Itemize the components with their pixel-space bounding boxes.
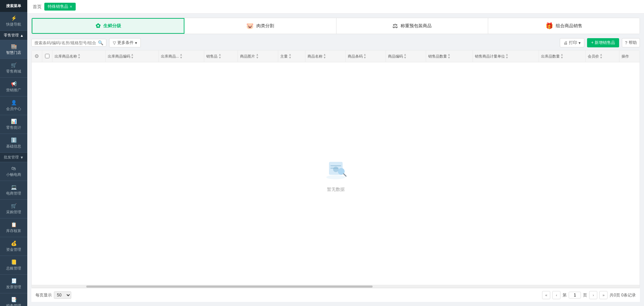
col-outlet-spec[interactable]: 出库商品... ▲▼ bbox=[159, 50, 204, 62]
topbar: 首页 特殊销售品 ✕ bbox=[27, 0, 644, 14]
data-table-container: ⚙ 出库商品名称 ▲▼ 出库 bbox=[31, 50, 640, 288]
close-tab-icon[interactable]: ✕ bbox=[70, 5, 72, 9]
col-sales-unit[interactable]: 销售商品计量单位 ▲▼ bbox=[473, 50, 539, 62]
tab-combo-products[interactable]: 🎁 组合商品销售 bbox=[488, 18, 640, 34]
sort-arrows: ▲▼ bbox=[256, 53, 259, 59]
col-product-code[interactable]: 商品编码 ▲▼ bbox=[386, 50, 426, 62]
wholesale-chevron: ▼ bbox=[20, 155, 24, 159]
select-all-checkbox[interactable] bbox=[45, 54, 49, 58]
col-barcode[interactable]: 商品条码 ▲▼ bbox=[345, 50, 386, 62]
sidebar-section-wholesale[interactable]: 批发管理 ▼ bbox=[0, 153, 27, 162]
col-outlet-code[interactable]: 出库商品编码 ▲▼ bbox=[105, 50, 159, 62]
first-page-button[interactable]: « bbox=[542, 291, 550, 299]
col-settings[interactable]: ⚙ bbox=[32, 50, 42, 62]
tab-weighed-packaging[interactable]: ⚖ 称重预包装商品 bbox=[336, 18, 488, 34]
tab-meat-cutting[interactable]: 🐷 肉类分割 bbox=[184, 18, 336, 34]
sidebar-logo: 搜索菜单 bbox=[0, 0, 27, 12]
pagination-left: 每页显示 50 10 20 100 bbox=[35, 291, 71, 299]
current-tab-label: 特殊销售品 bbox=[48, 4, 68, 10]
per-page-label: 每页显示 bbox=[35, 292, 52, 298]
col-main-quantity[interactable]: 主量 ▲▼ bbox=[278, 50, 305, 62]
tab-fresh-grading[interactable]: ✿ 生鲜分级 bbox=[32, 18, 184, 34]
horizontal-scrollbar[interactable] bbox=[32, 285, 640, 288]
retail-mgmt-label: 零售管理 bbox=[4, 33, 19, 38]
search-icon[interactable]: 🔍 bbox=[98, 40, 103, 45]
sidebar-item-inventory-check[interactable]: 📋 库存核算 bbox=[0, 218, 27, 237]
sidebar-item-retail-stats[interactable]: 📊 零售统计 bbox=[0, 115, 27, 134]
sidebar-item-tax-mgmt[interactable]: 📑 税务管理 bbox=[0, 293, 27, 306]
pagination: 每页显示 50 10 20 100 « ‹ 第 页 › » 共0页 0条记录 bbox=[31, 288, 640, 302]
inventory-check-icon: 📋 bbox=[11, 222, 17, 227]
search-box[interactable]: 🔍 bbox=[31, 39, 106, 47]
smart-store-icon: 🏬 bbox=[11, 44, 17, 49]
sidebar-item-invoice-mgmt[interactable]: 🧾 发票管理 bbox=[0, 275, 27, 293]
sidebar-item-ledger-mgmt[interactable]: 📒 总账管理 bbox=[0, 256, 27, 275]
svg-point-0 bbox=[326, 175, 345, 179]
sidebar-item-quick-nav[interactable]: ⚡ 快捷导航 bbox=[0, 12, 27, 31]
filter-button[interactable]: ▽ 更多条件 ▾ bbox=[109, 38, 141, 47]
invoice-mgmt-icon: 🧾 bbox=[11, 278, 17, 284]
print-button[interactable]: 🖨 打印 ▾ bbox=[560, 38, 584, 47]
toolbar: 🔍 ▽ 更多条件 ▾ 🖨 打印 ▾ + 新增销售品 ? bbox=[31, 38, 640, 47]
svg-point-6 bbox=[333, 167, 339, 172]
toolbar-left: 🔍 ▽ 更多条件 ▾ bbox=[31, 38, 141, 47]
sort-arrows: ▲▼ bbox=[448, 53, 451, 59]
col-sales-qty[interactable]: 销售品数量 ▲▼ bbox=[426, 50, 473, 62]
prev-page-button[interactable]: ‹ bbox=[552, 291, 560, 299]
pagination-right: « ‹ 第 页 › » 共0页 0条记录 bbox=[542, 291, 636, 299]
sidebar-item-retail-mall[interactable]: 🛒 零售商城 bbox=[0, 59, 27, 78]
help-icon: ? bbox=[625, 41, 627, 45]
member-center-icon: 👤 bbox=[11, 100, 17, 105]
toolbar-right: 🖨 打印 ▾ + 新增销售品 ? 帮助 bbox=[560, 38, 640, 47]
basic-info-icon: ℹ️ bbox=[11, 137, 17, 143]
sort-arrows: ▲▼ bbox=[131, 53, 134, 59]
filter-label: 更多条件 bbox=[117, 40, 134, 46]
combo-products-icon: 🎁 bbox=[545, 22, 553, 30]
sidebar-item-member-center[interactable]: 👤 会员中心 bbox=[0, 96, 27, 115]
col-product-name[interactable]: 商品名称 ▲▼ bbox=[305, 50, 345, 62]
sidebar-item-purchase-mgmt[interactable]: 🛒 采购管理 bbox=[0, 200, 27, 218]
col-member-price[interactable]: 会员价 ▲▼ bbox=[585, 50, 619, 62]
last-page-button[interactable]: » bbox=[599, 291, 608, 299]
col-sales-item[interactable]: 销售品 ▲▼ bbox=[204, 50, 238, 62]
sales-promo-icon: 📢 bbox=[11, 81, 17, 87]
sidebar-item-smart-store[interactable]: 🏬 智慧门店 bbox=[0, 40, 27, 59]
sort-arrows: ▲▼ bbox=[78, 53, 81, 59]
sidebar-item-label: 快捷导航 bbox=[6, 22, 21, 27]
sidebar-section-retail[interactable]: 零售管理 ▲ bbox=[0, 31, 27, 40]
add-sales-product-button[interactable]: + 新增销售品 bbox=[587, 38, 619, 47]
sidebar-item-mini-ecommerce[interactable]: 🛍 小畅电商 bbox=[0, 162, 27, 181]
sort-arrows: ▲▼ bbox=[288, 53, 291, 59]
help-button[interactable]: ? 帮助 bbox=[622, 38, 640, 47]
breadcrumb-current-tab[interactable]: 特殊销售品 ✕ bbox=[44, 3, 76, 11]
svg-rect-2 bbox=[330, 165, 341, 166]
sidebar: 搜索菜单 ⚡ 快捷导航 零售管理 ▲ 🏬 智慧门店 🛒 零售商城 📢 营销推广 … bbox=[0, 0, 27, 306]
mini-ecommerce-icon: 🛍 bbox=[11, 166, 16, 171]
col-outlet-qty[interactable]: 出库品数量 ▲▼ bbox=[539, 50, 585, 62]
column-settings-icon[interactable]: ⚙ bbox=[34, 53, 39, 59]
sort-arrows: ▲▼ bbox=[218, 53, 221, 59]
sort-arrows: ▲▼ bbox=[363, 53, 366, 59]
sort-arrows: ▲▼ bbox=[404, 53, 407, 59]
filter-icon: ▽ bbox=[113, 41, 116, 45]
ledger-mgmt-icon: 📒 bbox=[11, 259, 17, 265]
sidebar-item-fund-mgmt[interactable]: 💰 资金管理 bbox=[0, 237, 27, 256]
page-suffix: 页 bbox=[583, 292, 587, 298]
sidebar-item-basic-info[interactable]: ℹ️ 基础信息 bbox=[0, 134, 27, 153]
sort-arrows: ▲▼ bbox=[600, 53, 603, 59]
sidebar-item-sales-promo[interactable]: 📢 营销推广 bbox=[0, 78, 27, 96]
col-outlet-name[interactable]: 出库商品名称 ▲▼ bbox=[52, 50, 105, 62]
col-product-image[interactable]: 商品图片 ▲▼ bbox=[238, 50, 278, 62]
page-size-select[interactable]: 50 10 20 100 bbox=[54, 291, 71, 299]
search-input[interactable] bbox=[34, 41, 98, 45]
next-page-button[interactable]: › bbox=[589, 291, 597, 299]
page-input[interactable] bbox=[569, 292, 581, 299]
purchase-mgmt-icon: 🛒 bbox=[11, 203, 17, 209]
sort-arrows: ▲▼ bbox=[180, 53, 183, 59]
weighed-packaging-label: 称重预包装商品 bbox=[401, 23, 432, 29]
ecommerce-mgmt-icon: 💻 bbox=[11, 184, 17, 190]
breadcrumb-home[interactable]: 首页 bbox=[33, 4, 42, 10]
col-checkbox[interactable] bbox=[42, 50, 52, 62]
scroll-thumb[interactable] bbox=[86, 286, 373, 288]
sidebar-item-ecommerce-mgmt[interactable]: 💻 电商管理 bbox=[0, 181, 27, 200]
